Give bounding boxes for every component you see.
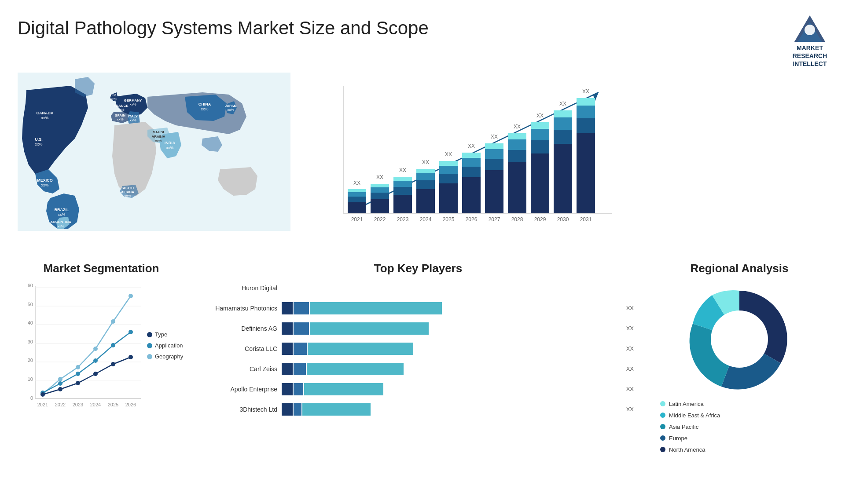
svg-text:XX: XX [353,180,360,186]
svg-point-151 [711,310,768,368]
svg-text:2030: 2030 [557,216,569,223]
svg-text:2021: 2021 [37,402,48,407]
bar-mid [294,403,301,416]
svg-rect-70 [462,177,481,213]
svg-rect-49 [371,184,389,187]
svg-text:20: 20 [28,358,33,363]
svg-rect-53 [393,187,412,195]
svg-rect-97 [554,110,572,117]
svg-rect-95 [554,130,572,144]
donut-chart-svg [682,282,797,396]
svg-text:XX: XX [536,113,544,119]
svg-rect-59 [416,180,435,189]
svg-point-2 [805,25,815,35]
svg-text:2026: 2026 [125,402,136,407]
legend-asia-pacific: Asia Pacific [660,424,720,430]
svg-text:SPAIN: SPAIN [115,113,125,117]
svg-text:GERMANY: GERMANY [124,99,143,102]
donut-chart-container: Latin America Middle East & Africa Asia … [651,282,827,455]
svg-text:xx%: xx% [166,146,173,150]
svg-rect-90 [531,129,549,140]
svg-rect-100 [577,133,595,213]
svg-text:xx%: xx% [201,107,208,111]
logo: MARKET RESEARCH INTELLECT [792,13,827,68]
svg-point-136 [93,358,98,363]
svg-text:XX: XX [491,134,498,140]
regional-section: Regional Analysis [651,262,827,504]
svg-text:AFRICA: AFRICA [121,190,134,194]
svg-text:xx%: xx% [124,194,131,198]
svg-text:CHINA: CHINA [198,102,211,106]
svg-rect-78 [485,149,503,159]
svg-text:2024: 2024 [90,402,101,407]
svg-text:MEXICO: MEXICO [37,178,53,183]
svg-text:2025: 2025 [108,402,118,407]
svg-rect-48 [371,187,389,193]
player-bar-hamamatsu [282,302,619,314]
svg-text:JAPAN: JAPAN [225,104,237,108]
player-xx-definiens: XX [626,325,634,332]
segmentation-section: Market Segmentation 0 10 20 30 40 50 60 … [18,262,185,504]
player-bar-apollo [282,383,619,395]
svg-rect-55 [393,177,412,181]
logo-icon [792,13,827,44]
svg-rect-101 [577,118,595,133]
bar-light [308,343,413,355]
svg-text:2023: 2023 [397,216,409,223]
svg-point-134 [58,381,62,386]
bar-mid [294,343,307,355]
svg-rect-40 [348,202,366,213]
legend-dot-na [660,447,665,452]
svg-point-130 [93,347,98,351]
svg-rect-65 [439,174,458,183]
legend-label-europe: Europe [669,435,687,442]
legend-dot-europe [660,435,665,441]
svg-point-139 [40,392,45,397]
svg-rect-61 [416,169,435,173]
svg-point-145 [147,332,152,337]
bar-mid [294,322,309,335]
svg-text:XX: XX [559,101,566,107]
world-map: CANADA xx% U.S. xx% MEXICO xx% BRAZIL xx… [18,73,290,240]
regional-title: Regional Analysis [651,262,827,275]
logo-text: MARKET RESEARCH INTELLECT [793,44,827,68]
svg-text:xx%: xx% [41,183,48,187]
player-row-hamamatsu: Hamamatsu Photonics XX [202,302,634,314]
svg-rect-94 [554,144,572,213]
svg-rect-85 [508,133,526,139]
svg-point-137 [111,343,115,347]
legend-europe: Europe [660,435,720,442]
regional-legend: Latin America Middle East & Africa Asia … [660,401,720,455]
svg-text:Type: Type [155,331,167,338]
svg-text:xx%: xx% [58,212,65,217]
svg-rect-77 [485,159,503,170]
bar-dark [282,383,293,395]
bottom-content: Market Segmentation 0 10 20 30 40 50 60 … [0,257,845,504]
bar-light [310,322,429,335]
player-name-huron: Huron Digital [202,285,277,292]
bar-chart-svg: XX 2021 XX 2022 XX 2023 XX 2024 [321,77,621,244]
legend-label-mea: Middle East & Africa [669,412,720,419]
svg-rect-72 [462,158,481,167]
svg-text:xx%: xx% [155,139,162,143]
bar-dark [282,403,293,416]
svg-rect-71 [462,167,481,177]
svg-text:xx%: xx% [57,224,64,228]
bar-mid [294,363,306,375]
svg-text:40: 40 [28,320,33,325]
svg-rect-54 [393,181,412,187]
legend-mea: Middle East & Africa [660,412,720,419]
svg-text:2022: 2022 [55,402,66,407]
player-xx-3dhistech: XX [626,406,634,413]
legend-dot-asia [660,424,665,429]
svg-text:2024: 2024 [420,216,432,223]
svg-text:xx%: xx% [41,116,48,120]
svg-rect-83 [508,150,526,162]
svg-text:xx%: xx% [118,108,124,112]
svg-text:xx%: xx% [129,102,136,106]
svg-text:SOUTH: SOUTH [121,186,134,190]
bar-light [302,403,371,416]
svg-text:XX: XX [514,124,521,130]
svg-text:2026: 2026 [466,216,478,223]
player-xx-carlzeiss: XX [626,365,634,372]
